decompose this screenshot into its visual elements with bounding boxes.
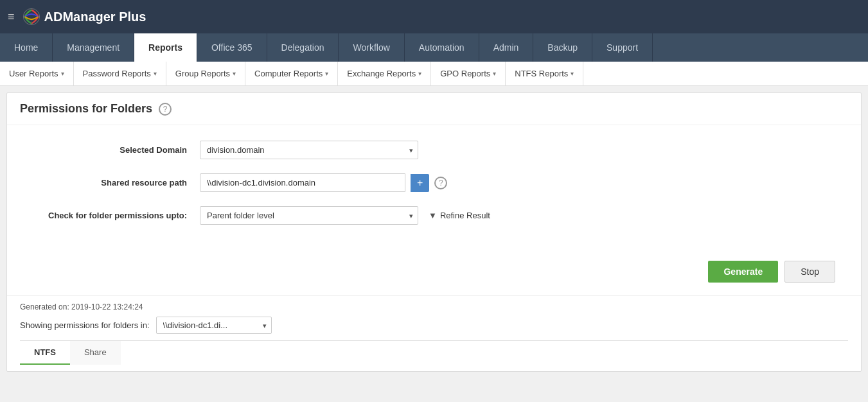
nav-automation[interactable]: Automation <box>405 33 479 62</box>
domain-select[interactable]: division.domain <box>200 141 418 159</box>
generated-section: Generated on: 2019-10-22 13:24:24 Showin… <box>7 295 861 371</box>
chevron-down-icon: ▾ <box>325 70 328 77</box>
showing-label: Showing permissions for folders in: <box>20 320 150 330</box>
content-area: Permissions for Folders ? Selected Domai… <box>6 92 862 372</box>
nav-backup[interactable]: Backup <box>533 33 592 62</box>
nav-management[interactable]: Management <box>53 33 134 62</box>
logo: ADManager Plus <box>22 8 146 26</box>
add-path-button[interactable]: + <box>411 174 429 192</box>
chevron-down-icon: ▾ <box>418 70 421 77</box>
nav-delegation[interactable]: Delegation <box>267 33 339 62</box>
refine-button[interactable]: ▼ Refine Result <box>423 208 495 223</box>
folder-path-select[interactable]: \\division-dc1.di... <box>156 317 272 334</box>
path-row: Shared resource path + ? <box>33 173 835 192</box>
folder-level-row: Check for folder permissions upto: Paren… <box>33 206 835 225</box>
path-control: + ? <box>200 173 447 192</box>
subnav-group-reports[interactable]: Group Reports ▾ <box>166 62 245 85</box>
filter-icon: ▼ <box>429 211 437 220</box>
stop-button[interactable]: Stop <box>784 261 835 283</box>
tab-share[interactable]: Share <box>70 341 121 365</box>
subnav-user-reports[interactable]: User Reports ▾ <box>0 62 74 85</box>
nav-reports[interactable]: Reports <box>134 33 197 62</box>
generate-button[interactable]: Generate <box>708 261 778 283</box>
subnav-ntfs-reports[interactable]: NTFS Reports ▾ <box>506 62 583 85</box>
chevron-down-icon: ▾ <box>154 70 157 77</box>
domain-select-wrap: division.domain ▾ <box>200 141 418 159</box>
showing-row: Showing permissions for folders in: \\di… <box>20 317 848 334</box>
folder-level-select-wrap: Parent folder level ▾ <box>200 206 418 225</box>
hamburger-icon[interactable]: ≡ <box>8 10 15 24</box>
logo-text: ADManager Plus <box>44 10 146 24</box>
domain-row: Selected Domain division.domain ▾ <box>33 141 835 159</box>
sub-nav: User Reports ▾ Password Reports ▾ Group … <box>0 62 868 86</box>
nav-support[interactable]: Support <box>592 33 653 62</box>
nav-workflow[interactable]: Workflow <box>339 33 404 62</box>
folder-level-select[interactable]: Parent folder level <box>200 206 418 225</box>
folder-level-label: Check for folder permissions upto: <box>33 211 200 220</box>
subnav-exchange-reports[interactable]: Exchange Reports ▾ <box>338 62 431 85</box>
folder-select-wrap: \\division-dc1.di... ▾ <box>156 317 272 334</box>
nav-home[interactable]: Home <box>0 33 53 62</box>
chevron-down-icon: ▾ <box>61 70 64 77</box>
domain-label: Selected Domain <box>33 145 200 155</box>
chevron-down-icon: ▾ <box>493 70 496 77</box>
form-area: Selected Domain division.domain ▾ Shared… <box>7 125 861 254</box>
tab-ntfs[interactable]: NTFS <box>20 341 70 365</box>
chevron-down-icon: ▾ <box>571 70 574 77</box>
chevron-down-icon: ▾ <box>233 70 236 77</box>
page-title-bar: Permissions for Folders ? <box>7 93 861 125</box>
page-title: Permissions for Folders <box>20 102 152 116</box>
domain-control: division.domain ▾ <box>200 141 418 159</box>
refine-label: Refine Result <box>440 211 490 220</box>
path-label: Shared resource path <box>33 178 200 188</box>
subnav-password-reports[interactable]: Password Reports ▾ <box>74 62 166 85</box>
nav-admin[interactable]: Admin <box>479 33 534 62</box>
help-icon[interactable]: ? <box>159 103 172 116</box>
subnav-computer-reports[interactable]: Computer Reports ▾ <box>245 62 338 85</box>
top-header: ≡ ADManager Plus <box>0 0 868 33</box>
main-nav: Home Management Reports Office 365 Deleg… <box>0 33 868 62</box>
action-row: Generate Stop <box>7 254 861 295</box>
path-help-icon[interactable]: ? <box>434 177 447 189</box>
path-input[interactable] <box>200 173 405 192</box>
logo-icon <box>22 8 40 26</box>
generated-info: Generated on: 2019-10-22 13:24:24 <box>20 296 848 317</box>
folder-level-control: Parent folder level ▾ ▼ Refine Result <box>200 206 495 225</box>
nav-office365[interactable]: Office 365 <box>197 33 267 62</box>
subnav-gpo-reports[interactable]: GPO Reports ▾ <box>431 62 506 85</box>
tabs-bar: NTFS Share <box>20 340 848 365</box>
